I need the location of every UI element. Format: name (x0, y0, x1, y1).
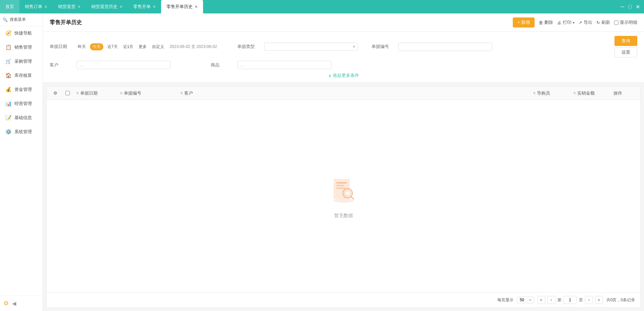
sidebar-search[interactable]: 🔍 搜索菜单 (0, 13, 43, 26)
th-date[interactable]: ⇅ 单据日期 (73, 90, 117, 96)
display-detail-toggle[interactable]: 显示明细 (614, 19, 637, 25)
per-page-label: 每页显示 (497, 297, 513, 303)
sidebar-item-base-info[interactable]: 📝 基础信息 (0, 111, 43, 125)
sidebar-item-sales-mgmt[interactable]: 📋 销售管理 (0, 40, 43, 54)
sidebar-item-label: 快捷导航 (14, 30, 32, 36)
total-text: 共0页，0条记录 (606, 297, 635, 303)
tab-sales-return[interactable]: 销货退货 ✕ (53, 0, 86, 13)
sidebar-settings-icon[interactable]: ⚙ (3, 300, 9, 307)
th-guide[interactable]: ⇅ 导购员 (530, 90, 571, 96)
quick-nav-icon: 🧭 (5, 30, 12, 36)
goods-input-wrapper[interactable]: ... (238, 61, 332, 69)
close-tab-sales-order[interactable]: ✕ (44, 5, 47, 9)
next-page-btn[interactable]: › (585, 296, 593, 304)
type-select[interactable]: ▾ (264, 43, 358, 51)
sidebar-item-label: 采购管理 (14, 58, 32, 64)
window-maximize[interactable]: □ (628, 4, 632, 10)
date-btn-more[interactable]: 更多 (137, 43, 148, 50)
type-label: 单据类型 (237, 44, 257, 50)
sidebar-item-operations[interactable]: 📊 经营管理 (0, 97, 43, 111)
date-btn-yesterday[interactable]: 昨天 (77, 43, 87, 50)
table-header: ⚙ ⇅ 单据日期 ⇅ 单据编号 ⇅ 客户 ⇅ (47, 87, 640, 100)
svg-rect-2 (336, 182, 347, 184)
base-info-icon: 📝 (5, 115, 12, 121)
collapse-bar[interactable]: ∧ 收起更多条件 (50, 72, 637, 79)
sidebar-item-label: 系统管理 (14, 129, 32, 135)
per-page-select[interactable]: 10 20 50 100 (517, 297, 534, 303)
inventory-icon: 🏠 (5, 72, 12, 79)
th-customer[interactable]: ⇅ 客户 (178, 90, 530, 96)
sales-icon: 📋 (5, 44, 12, 50)
close-tab-sales-return[interactable]: ✕ (78, 5, 81, 9)
action-buttons: 查询 设置 (614, 36, 637, 57)
page-input[interactable] (563, 296, 577, 304)
sidebar-item-finance[interactable]: 💰 资金管理 (0, 83, 43, 97)
tab-home[interactable]: 首页 (0, 0, 19, 13)
first-page-btn[interactable]: « (537, 296, 545, 304)
sidebar-item-purchase-mgmt[interactable]: 🛒 采购管理 (0, 54, 43, 68)
tab-sales-order[interactable]: 销售订单 ✕ (19, 0, 53, 13)
query-button[interactable]: 查询 (614, 36, 637, 46)
svg-point-0 (334, 199, 354, 203)
finance-icon: 💰 (5, 87, 12, 93)
th-checkbox[interactable] (61, 91, 73, 95)
filter-row-1: 单据日期 昨天 今天 近7天 近1月 更多 自定义 2023-06-02 至 2… (50, 36, 637, 57)
sort-icon-guide: ⇅ (533, 91, 536, 95)
tab-retail-open[interactable]: 零售开单 ✕ (128, 0, 161, 13)
window-controls: ─ □ ✕ (621, 4, 644, 10)
svg-rect-3 (336, 185, 344, 186)
tab-retail-open-history[interactable]: 零售开单历史 ✕ (161, 0, 203, 13)
display-detail-checkbox[interactable] (614, 20, 618, 25)
date-range-display: 2023-06-02 至 2023-06-02 (169, 44, 217, 50)
settings-button[interactable]: 设置 (614, 47, 637, 57)
customer-label: 客户 (50, 62, 70, 68)
sort-icon-customer: ⇅ (180, 91, 183, 95)
add-button[interactable]: + 新增 (513, 17, 535, 28)
close-tab-sales-return-history[interactable]: ✕ (119, 5, 122, 9)
sidebar-item-quick-nav[interactable]: 🧭 快捷导航 (0, 26, 43, 40)
print-icon: 🖨 (557, 20, 561, 25)
sidebar-item-inventory[interactable]: 🏠 库存核算 (0, 68, 43, 83)
orderno-input-wrapper (398, 43, 492, 51)
svg-rect-4 (336, 188, 346, 189)
refresh-button[interactable]: ↻ 刷新 (596, 19, 610, 25)
sort-icon-date: ⇅ (76, 91, 79, 95)
sidebar-item-label: 经营管理 (14, 101, 32, 107)
collapse-icon: ∧ (328, 73, 332, 78)
window-minimize[interactable]: ─ (621, 4, 624, 10)
sidebar-bottom: ⚙ ◀ (0, 295, 43, 311)
close-tab-retail-open[interactable]: ✕ (153, 5, 156, 9)
th-orderno[interactable]: ⇅ 单据编号 (117, 90, 178, 96)
prev-page-btn[interactable]: ‹ (547, 296, 555, 304)
close-tab-retail-open-history[interactable]: ✕ (195, 5, 198, 9)
sidebar-item-label: 基础信息 (14, 115, 32, 121)
date-btn-1month[interactable]: 近1月 (122, 43, 135, 50)
customer-placeholder: ... (80, 62, 167, 67)
page-header: 零售开单历史 + 新增 🗑 删除 🖨 打印 ▾ ↗ 导出 (43, 13, 644, 32)
content-area: 零售开单历史 + 新增 🗑 删除 🖨 打印 ▾ ↗ 导出 (43, 13, 644, 311)
print-button[interactable]: 🖨 打印 ▾ (557, 19, 575, 25)
date-shortcuts: 昨天 今天 近7天 近1月 更多 自定义 2023-06-02 至 2023-0… (77, 43, 217, 50)
date-btn-custom[interactable]: 自定义 (151, 43, 165, 50)
last-page-btn[interactable]: » (595, 296, 603, 304)
sort-icon-amount: ⇅ (573, 91, 576, 95)
th-amount[interactable]: ⇅ 实销金额 (571, 90, 611, 96)
sort-icon-orderno: ⇅ (120, 91, 122, 95)
export-button[interactable]: ↗ 导出 (579, 19, 592, 25)
delete-button[interactable]: 🗑 删除 (539, 19, 553, 25)
sidebar-collapse-icon[interactable]: ◀ (12, 300, 16, 307)
svg-line-7 (351, 197, 354, 199)
window-close[interactable]: ✕ (636, 4, 640, 10)
date-btn-today[interactable]: 今天 (90, 43, 103, 50)
th-settings[interactable]: ⚙ (49, 91, 61, 96)
sidebar-item-sys-mgmt[interactable]: ⚙️ 系统管理 (0, 125, 43, 139)
date-btn-7days[interactable]: 近7天 (106, 43, 119, 50)
sys-mgmt-icon: ⚙️ (5, 129, 12, 135)
customer-input-wrapper[interactable]: ... (77, 61, 170, 69)
orderno-input[interactable] (401, 44, 489, 49)
tab-sales-return-history[interactable]: 销货退货历史 ✕ (86, 0, 128, 13)
refresh-icon: ↻ (596, 20, 600, 25)
th-action: 操作 (611, 90, 638, 96)
select-all-checkbox[interactable] (65, 91, 70, 95)
sidebar-item-label: 库存核算 (14, 72, 32, 79)
